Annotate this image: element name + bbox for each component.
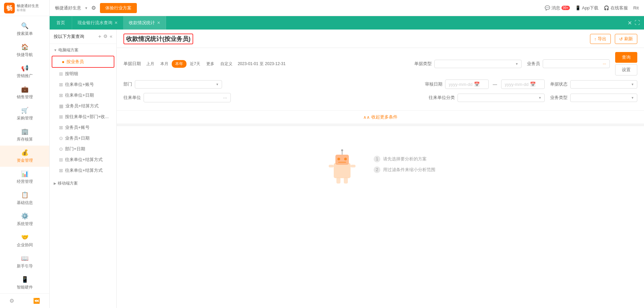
export-btn[interactable]: ↑ 导出 bbox=[590, 34, 611, 44]
date-tab-custom[interactable]: 自定义 bbox=[218, 60, 235, 68]
counterpart-select[interactable]: ··· bbox=[144, 93, 231, 102]
review-date-start-text: yyyy-mm-dd bbox=[449, 82, 473, 87]
tab-receipts[interactable]: 收款情况统计 ✕ bbox=[123, 16, 166, 30]
sidebar-item-inventory[interactable]: 🏢 库存核算 bbox=[0, 124, 49, 146]
page-title-area: 收款情况统计(按业务员) bbox=[123, 34, 193, 44]
hint-number-2: 2 bbox=[374, 166, 380, 173]
query-btn[interactable]: 查询 bbox=[615, 52, 637, 63]
scheme-item-salesperson-settlement[interactable]: ▦ 业务员+结算方式 bbox=[50, 101, 116, 111]
scheme-item-unit-date[interactable]: ⊠ 往来单位+日期 bbox=[50, 90, 116, 101]
refresh-btn[interactable]: ↺ 刷新 bbox=[615, 34, 637, 44]
dept-select[interactable]: ▾ bbox=[135, 80, 222, 89]
tab-receipts-close[interactable]: ✕ bbox=[157, 20, 160, 25]
unit-dept-label: 按往来单位+部门+收... bbox=[65, 114, 109, 120]
topbar-gear-icon[interactable]: ⚙ bbox=[91, 5, 96, 11]
app-download-btn[interactable]: 📱 App下载 bbox=[575, 5, 598, 11]
dept-date-label: 部门+日期 bbox=[65, 146, 85, 152]
tab-bank-flow-close[interactable]: ✕ bbox=[114, 20, 118, 25]
date-tab-this-month[interactable]: 本月 bbox=[158, 60, 171, 68]
review-date-end[interactable]: yyyy-mm-dd 📅 bbox=[501, 80, 545, 89]
sidebar-item-purchase[interactable]: 🛒 采购管理 bbox=[0, 103, 49, 124]
salesperson-more-icon[interactable]: ··· bbox=[603, 61, 606, 66]
tab-home[interactable]: 首页 bbox=[50, 16, 72, 30]
panel-collapse-btn[interactable]: « bbox=[110, 34, 112, 40]
sidebar-item-system[interactable]: ⚙️ 系统管理 bbox=[0, 209, 49, 230]
left-panel-header: 按以下方案查询 + ⚙ « bbox=[50, 30, 116, 44]
scheme-item-salesperson-account[interactable]: ⊠ 业务员+账号 bbox=[50, 122, 116, 133]
tab-bank-flow[interactable]: 现金银行流水查询 ✕ bbox=[72, 16, 123, 30]
tabbar-maximize-icon[interactable]: ⛶ bbox=[635, 20, 640, 26]
sidebar-item-beginner[interactable]: 📖 新手引导 bbox=[0, 251, 49, 272]
sidebar-item-marketing[interactable]: 📢 营销推广 bbox=[0, 61, 49, 82]
counterpart-class-select[interactable]: ▾ bbox=[458, 94, 545, 102]
topbar-actions: 💬 消息 99+ 📱 App下载 🎧 在线客服 Rit bbox=[545, 5, 639, 11]
footer-settings-btn[interactable]: ⚙ bbox=[9, 298, 14, 304]
salesperson-settlement-label: 业务员+结算方式 bbox=[65, 103, 99, 109]
sidebar-item-operations[interactable]: 📊 经营管理 bbox=[0, 167, 49, 188]
review-date-start[interactable]: yyyy-mm-dd 📅 bbox=[445, 80, 489, 89]
sidebar-item-finance[interactable]: 💰 资金管理 bbox=[0, 146, 49, 167]
svg-point-2 bbox=[337, 158, 340, 160]
sales-icon: 💼 bbox=[21, 86, 29, 93]
collapse-bar[interactable]: ∧∧ 收起更多条件 bbox=[117, 110, 644, 123]
topbar-dropdown-icon[interactable]: ▾ bbox=[85, 6, 87, 10]
sidebar-item-basic[interactable]: 📋 基础信息 bbox=[0, 188, 49, 209]
salesperson-scheme-label: 按业务员 bbox=[66, 59, 84, 65]
date-tab-last-month[interactable]: 上月 bbox=[144, 60, 157, 68]
enterprise-icon: 🤝 bbox=[21, 234, 29, 241]
hint-text-2: 用过滤条件来缩小分析范围 bbox=[383, 167, 435, 173]
sidebar-item-enterprise[interactable]: 🤝 企业协同 bbox=[0, 230, 49, 251]
business-type-select[interactable]: ▾ bbox=[570, 94, 637, 102]
svg-rect-0 bbox=[334, 163, 351, 178]
tabbar-close-all-icon[interactable]: ✕ bbox=[628, 20, 632, 26]
voucher-status-select[interactable]: ▾ bbox=[570, 80, 637, 89]
empty-hint-2: 2 用过滤条件来缩小分析范围 bbox=[374, 166, 435, 173]
online-service-btn[interactable]: 🎧 在线客服 bbox=[604, 5, 628, 11]
review-date-label: 审核日期 bbox=[425, 81, 442, 87]
sidebar-item-label: 基础信息 bbox=[17, 200, 33, 206]
scheme-item-detail[interactable]: ⊞ 按明细 bbox=[50, 68, 116, 79]
scheme-item-dept-date[interactable]: ⊙ 部门+日期 bbox=[50, 144, 116, 154]
calendar-icon-1: 📅 bbox=[474, 82, 480, 87]
date-start: 2023-01-01 bbox=[238, 61, 258, 66]
scheme-group-desktop-label: 电脑端方案 bbox=[58, 47, 78, 53]
messages-btn[interactable]: 💬 消息 99+ bbox=[545, 5, 570, 11]
scheme-item-unit-account[interactable]: ⊠ 往来单位+账号 bbox=[50, 79, 116, 90]
scheme-group-desktop: ▼ 电脑端方案 ● 按业务员 ⊞ 按明细 ⊠ 往来单位+账号 ⊠ 往来单位+ bbox=[50, 44, 116, 177]
scheme-item-unit-settlement2[interactable]: ⊠ 往来单位+结算方式 bbox=[50, 165, 116, 176]
trial-btn[interactable]: 体验行业方案 bbox=[100, 3, 137, 13]
counterpart-dots-icon[interactable]: ··· bbox=[223, 95, 227, 100]
add-scheme-btn[interactable]: + bbox=[98, 34, 101, 40]
business-type-label: 业务类型 bbox=[550, 95, 568, 101]
sidebar-item-label: 销售管理 bbox=[17, 94, 33, 100]
date-tab-more[interactable]: 更多 bbox=[204, 60, 217, 68]
voucher-type-filter: 单据类型 ▾ bbox=[414, 60, 522, 68]
svg-point-6 bbox=[341, 149, 343, 151]
scheme-group-desktop-title[interactable]: ▼ 电脑端方案 bbox=[50, 45, 116, 55]
logo-text-area: 畅捷通好生意 标准版 bbox=[17, 3, 39, 12]
voucher-type-select[interactable]: ▾ bbox=[434, 60, 522, 68]
sidebar-item-label: 企业协同 bbox=[17, 242, 33, 248]
sidebar-item-hardware[interactable]: 📱 智能硬件 bbox=[0, 272, 49, 293]
salesperson-select[interactable]: ··· bbox=[543, 59, 610, 68]
sidebar-item-label: 库存核算 bbox=[17, 137, 33, 142]
scheme-item-salesperson-date[interactable]: ⊙ 业务员+日期 bbox=[50, 133, 116, 144]
date-tab-7days[interactable]: 近7天 bbox=[187, 60, 203, 68]
counterpart-class-filter: 往来单位分类 ▾ bbox=[429, 94, 545, 102]
scheme-item-unit-dept[interactable]: ⊠ 按往来单位+部门+收... bbox=[50, 111, 116, 122]
sidebar-item-sales[interactable]: 💼 销售管理 bbox=[0, 82, 49, 103]
scheme-item-by-salesperson[interactable]: ● 按业务员 bbox=[52, 56, 114, 68]
user-account[interactable]: Rit bbox=[633, 5, 639, 10]
scheme-group-mobile-title[interactable]: ▶ 移动端方案 bbox=[50, 178, 116, 188]
left-panel-header-icons: + ⚙ « bbox=[98, 34, 112, 40]
footer-collapse-btn[interactable]: ⏪ bbox=[33, 298, 40, 304]
scheme-item-unit-settlement1[interactable]: ⊞ 往来单位+结算方式 bbox=[50, 154, 116, 165]
sidebar-item-search[interactable]: 🔍 搜索菜单 bbox=[0, 19, 49, 40]
date-tab-this-year[interactable]: 本年 bbox=[172, 60, 186, 68]
setting-btn[interactable]: 设置 bbox=[615, 64, 637, 75]
service-icon: 🎧 bbox=[604, 5, 609, 10]
sidebar-item-quicknav[interactable]: 🏠 快捷导航 bbox=[0, 40, 49, 61]
logo-edition: 标准版 bbox=[17, 8, 39, 12]
scheme-settings-btn[interactable]: ⚙ bbox=[103, 34, 108, 40]
marketing-icon: 📢 bbox=[21, 64, 29, 72]
